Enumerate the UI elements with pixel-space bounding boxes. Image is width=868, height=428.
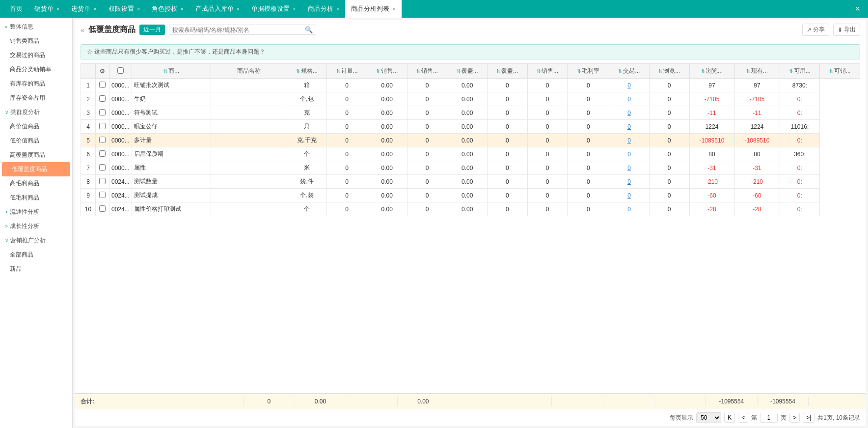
nav-role-auth[interactable]: 角色授权 ×	[146, 0, 189, 18]
row-browse1[interactable]: 0	[609, 202, 650, 216]
col-header-spec[interactable]: ⇅规格...	[287, 64, 327, 79]
row-browse1[interactable]: 0	[609, 161, 650, 175]
sidebar-item-all-goods[interactable]: 全部商品	[0, 248, 72, 262]
row-browse1[interactable]: 0	[609, 120, 650, 134]
row-browse1[interactable]: 0	[609, 147, 650, 161]
row-sales-amt: 0.00	[367, 147, 407, 161]
next-page-button[interactable]: >	[789, 413, 800, 423]
row-browse1[interactable]: 0	[609, 106, 650, 120]
col-header-coverage2[interactable]: ⇅覆盖...	[488, 64, 528, 79]
close-icon[interactable]: ×	[137, 6, 140, 12]
sidebar-toggle-button[interactable]: «	[81, 26, 84, 34]
row-select[interactable]	[96, 189, 109, 202]
page-size-select[interactable]: 50 100 200	[696, 412, 721, 423]
row-browse1[interactable]: 0	[609, 92, 650, 106]
nav-template-settings[interactable]: 单据模板设置 ×	[245, 0, 301, 18]
row-checkbox[interactable]	[99, 95, 106, 102]
col-header-browse1[interactable]: ⇅浏览...	[649, 64, 689, 79]
col-header-sales-amt[interactable]: ⇅销售...	[407, 64, 447, 79]
row-name: 牛奶	[132, 92, 211, 106]
sidebar-item-in-stock-goods[interactable]: 有库存的商品	[0, 77, 72, 91]
share-button[interactable]: ↗ 分享	[802, 24, 829, 36]
row-checkbox[interactable]	[99, 150, 106, 157]
row-unit: 米	[287, 161, 327, 175]
col-header-coverage1[interactable]: ⇅覆盖...	[447, 64, 488, 79]
sidebar-section-liquidity[interactable]: > 流通性分析	[0, 205, 72, 219]
nav-sales-order[interactable]: 销货单 ×	[28, 0, 65, 18]
export-button[interactable]: ⬇ 导出	[833, 24, 860, 36]
row-unit: 克,千克	[287, 134, 327, 147]
last-page-button[interactable]: >|	[803, 413, 814, 423]
sidebar-item-high-value[interactable]: 高价值商品	[0, 119, 72, 134]
row-select[interactable]	[96, 134, 109, 147]
sidebar-item-high-coverage[interactable]: 高覆盖度商品	[0, 148, 72, 162]
search-input[interactable]	[172, 27, 305, 33]
row-checkbox[interactable]	[99, 192, 106, 198]
row-checkbox[interactable]	[99, 123, 106, 129]
col-header-sales3[interactable]: ⇅销售...	[527, 64, 568, 79]
col-header-sales-qty[interactable]: ⇅销售...	[367, 64, 407, 79]
col-header-saleable[interactable]: ⇅可销...	[820, 64, 860, 79]
sidebar-item-sales-goods[interactable]: 销售类商品	[0, 34, 72, 48]
nav-product-analysis-list[interactable]: 商品分析列表 ×	[345, 0, 401, 18]
row-select[interactable]	[96, 202, 109, 216]
row-select[interactable]	[96, 106, 109, 120]
first-page-button[interactable]: K	[724, 413, 735, 423]
col-header-settings[interactable]: ⚙	[96, 64, 109, 79]
sidebar-item-traded-goods[interactable]: 交易过的商品	[0, 48, 72, 62]
close-icon[interactable]: ×	[293, 6, 296, 12]
col-header-trade[interactable]: ⇅交易...	[609, 64, 650, 79]
sidebar-item-low-coverage[interactable]: 低覆盖度商品	[2, 162, 70, 176]
nav-product-analysis[interactable]: 商品分析 ×	[302, 0, 345, 18]
sidebar-item-new-goods[interactable]: 新品	[0, 262, 72, 276]
sidebar-item-high-margin[interactable]: 高毛利商品	[0, 176, 72, 191]
sidebar-item-low-value[interactable]: 低价值商品	[0, 134, 72, 148]
sidebar-item-low-margin[interactable]: 低毛利商品	[0, 191, 72, 205]
row-browse1[interactable]: 0	[609, 79, 650, 92]
row-checkbox[interactable]	[99, 137, 106, 143]
col-header-stock-now[interactable]: ⇅现有...	[734, 64, 780, 79]
row-checkbox[interactable]	[99, 82, 106, 88]
row-browse1[interactable]: 0	[609, 175, 650, 189]
window-close-button[interactable]: ×	[851, 4, 864, 14]
nav-product-inbound[interactable]: 产成品入库单 ×	[190, 0, 245, 18]
sidebar-item-category-sales-rate[interactable]: 商品分类动销率	[0, 62, 72, 77]
row-select[interactable]	[96, 79, 109, 92]
row-select[interactable]	[96, 175, 109, 189]
row-browse1[interactable]: 0	[609, 134, 650, 147]
col-header-check[interactable]	[109, 64, 132, 79]
sidebar-section-cluster[interactable]: ∨ 类群度分析	[0, 105, 72, 119]
close-icon[interactable]: ×	[237, 6, 240, 12]
close-icon[interactable]: ×	[336, 6, 339, 12]
row-select[interactable]	[96, 92, 109, 106]
row-browse1[interactable]: 0	[609, 189, 650, 202]
nav-purchase-order[interactable]: 进货单 ×	[65, 0, 102, 18]
sidebar-section-overall[interactable]: « 整体信息	[0, 20, 72, 34]
col-header-available[interactable]: ⇅可用...	[780, 64, 820, 79]
nav-home[interactable]: 首页	[4, 0, 28, 18]
close-icon[interactable]: ×	[180, 6, 183, 12]
col-header-gross-rate[interactable]: ⇅毛利率	[568, 64, 609, 79]
page-number-input[interactable]	[760, 413, 778, 423]
sidebar-section-growth[interactable]: > 成长性分析	[0, 219, 72, 233]
row-checkbox[interactable]	[99, 109, 106, 115]
row-checkbox[interactable]	[99, 178, 106, 184]
period-filter-button[interactable]: 近一月	[139, 25, 165, 35]
row-cov2: 0.00	[447, 120, 488, 134]
row-select[interactable]	[96, 120, 109, 134]
row-select[interactable]	[96, 161, 109, 175]
sidebar-section-marketing[interactable]: ∨ 营销推广分析	[0, 233, 72, 248]
row-checkbox[interactable]	[99, 205, 106, 212]
select-all-checkbox[interactable]	[117, 67, 124, 74]
prev-page-button[interactable]: <	[738, 413, 748, 423]
sidebar-item-inventory-capital[interactable]: 库存资金占用	[0, 91, 72, 105]
row-checkbox[interactable]	[99, 164, 106, 171]
row-select[interactable]	[96, 147, 109, 161]
close-icon[interactable]: ×	[392, 6, 395, 12]
close-icon[interactable]: ×	[56, 6, 59, 12]
nav-permissions[interactable]: 权限设置 ×	[103, 0, 146, 18]
close-icon[interactable]: ×	[93, 6, 96, 12]
col-header-browse2[interactable]: ⇅浏览...	[689, 64, 734, 79]
col-header-code[interactable]: ⇅商...	[132, 64, 211, 79]
col-header-unit[interactable]: ⇅计量...	[327, 64, 367, 79]
